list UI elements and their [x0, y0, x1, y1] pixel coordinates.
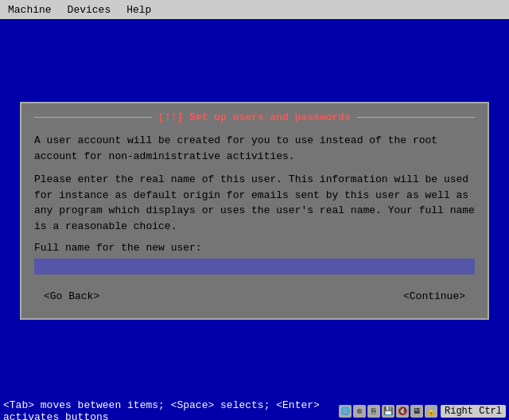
- fullname-input[interactable]: [34, 259, 475, 274]
- menubar: Machine Devices Help: [0, 0, 509, 19]
- icon-globe: 🌐: [339, 405, 352, 418]
- continue-button[interactable]: <Continue>: [394, 287, 475, 305]
- icon-lock: 🔒: [425, 405, 437, 418]
- go-back-button[interactable]: <Go Back>: [34, 287, 109, 305]
- menu-devices[interactable]: Devices: [63, 2, 116, 18]
- statusbar-text: <Tab> moves between items; <Space> selec…: [3, 399, 339, 420]
- right-ctrl-label: Right Ctrl: [441, 405, 506, 418]
- icon-circle: ⊙: [353, 405, 366, 418]
- statusbar-icons: 🌐 ⊙ ⎘ 💾 🔇 🖥 🔒: [339, 405, 437, 418]
- main-area: [!!] Set up users and passwords A user a…: [0, 19, 509, 402]
- dialog-paragraph2: Please enter the real name of this user.…: [34, 172, 475, 234]
- dialog-buttons: <Go Back> <Continue>: [34, 287, 475, 305]
- field-label: Full name for the new user:: [34, 242, 475, 254]
- icon-monitor: 🖥: [410, 405, 423, 418]
- title-line-right: [357, 117, 475, 118]
- icon-audio: 🔇: [396, 405, 409, 418]
- menu-help[interactable]: Help: [122, 2, 156, 18]
- dialog-box: [!!] Set up users and passwords A user a…: [20, 102, 489, 320]
- dialog-body: A user account will be created for you t…: [34, 133, 475, 234]
- dialog-title-bar: [!!] Set up users and passwords: [34, 111, 475, 123]
- title-line-left: [34, 117, 152, 118]
- statusbar-right: 🌐 ⊙ ⎘ 💾 🔇 🖥 🔒 Right Ctrl: [339, 405, 506, 418]
- icon-usb: ⎘: [367, 405, 380, 418]
- dialog-paragraph1: A user account will be created for you t…: [34, 133, 475, 164]
- dialog-title: [!!] Set up users and passwords: [152, 111, 357, 123]
- icon-disk: 💾: [382, 405, 394, 418]
- statusbar: <Tab> moves between items; <Space> selec…: [0, 402, 509, 420]
- menu-machine[interactable]: Machine: [3, 2, 56, 18]
